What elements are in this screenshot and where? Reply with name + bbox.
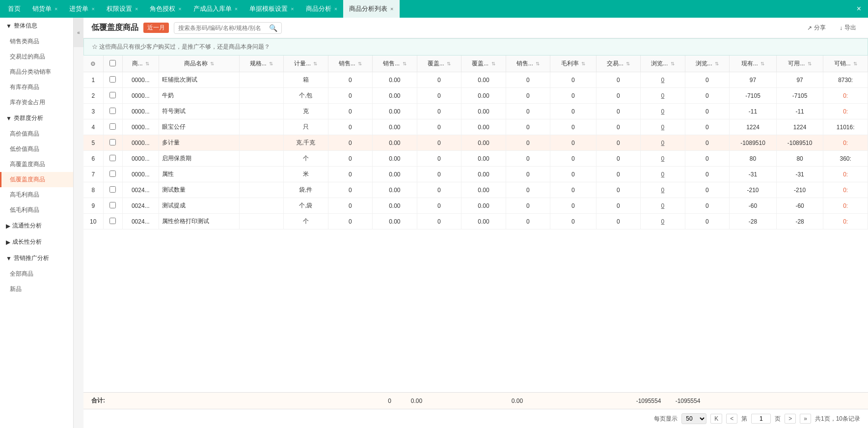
sidebar-item-traded-goods[interactable]: 交易过的商品 bbox=[0, 49, 73, 64]
row-select-checkbox[interactable] bbox=[109, 218, 116, 224]
sidebar-item-stocked-goods[interactable]: 有库存商品 bbox=[0, 80, 73, 95]
row-browse1[interactable]: 0 bbox=[641, 167, 685, 182]
sidebar-section-marketing[interactable]: ▼ 营销推广分析 bbox=[0, 250, 73, 266]
sidebar-collapse-button[interactable]: « bbox=[74, 18, 83, 47]
sort-icon[interactable]: ⇅ bbox=[853, 61, 857, 66]
nav-tab-analysis[interactable]: 商品分析 × bbox=[300, 0, 343, 18]
next-page-button[interactable]: > bbox=[785, 414, 796, 424]
close-icon[interactable]: × bbox=[291, 6, 294, 12]
row-browse1[interactable]: 0 bbox=[641, 182, 685, 198]
sidebar-section-general[interactable]: ▼ 整体信息 bbox=[0, 18, 73, 34]
sort-icon[interactable]: ⇅ bbox=[626, 61, 630, 66]
pagination-bar: 每页显示 50 20 100 K < 第 页 > » 共1页，10条记录 bbox=[83, 409, 868, 428]
row-select-checkbox[interactable] bbox=[109, 155, 116, 161]
period-badge[interactable]: 近一月 bbox=[143, 23, 169, 33]
row-select-checkbox[interactable] bbox=[109, 186, 116, 193]
sidebar-item-new-goods[interactable]: 新品 bbox=[0, 282, 73, 297]
sidebar-section-circulation[interactable]: ▶ 流通性分析 bbox=[0, 218, 73, 234]
sidebar-item-high-margin[interactable]: 高毛利商品 bbox=[0, 187, 73, 202]
close-icon[interactable]: × bbox=[334, 6, 337, 12]
last-page-button[interactable]: » bbox=[800, 414, 811, 424]
col-checkbox[interactable] bbox=[103, 56, 122, 72]
share-button[interactable]: ↗ 分享 bbox=[803, 22, 830, 34]
nav-tab-analysis-list[interactable]: 商品分析列表 × bbox=[343, 0, 399, 18]
close-icon[interactable]: × bbox=[135, 6, 138, 12]
close-icon[interactable]: × bbox=[54, 6, 57, 12]
close-icon[interactable]: × bbox=[235, 6, 238, 12]
sort-icon[interactable]: ⇅ bbox=[313, 61, 317, 66]
sidebar-item-high-value[interactable]: 高价值商品 bbox=[0, 126, 73, 142]
sort-icon[interactable]: ⇅ bbox=[715, 61, 719, 66]
row-checkbox[interactable] bbox=[103, 88, 122, 104]
sidebar-item-all-goods[interactable]: 全部商品 bbox=[0, 266, 73, 282]
sort-icon[interactable]: ⇅ bbox=[808, 61, 812, 66]
row-select-checkbox[interactable] bbox=[109, 76, 116, 83]
row-select-checkbox[interactable] bbox=[109, 92, 116, 98]
sidebar-section-cluster[interactable]: ▼ 类群度分析 bbox=[0, 110, 73, 126]
sort-icon[interactable]: ⇅ bbox=[447, 61, 451, 66]
row-browse1[interactable]: 0 bbox=[641, 214, 685, 229]
search-icon[interactable]: 🔍 bbox=[269, 24, 277, 32]
nav-tab-sales[interactable]: 销货单 × bbox=[27, 0, 63, 18]
row-checkbox[interactable] bbox=[103, 198, 122, 214]
row-select-checkbox[interactable] bbox=[109, 171, 116, 177]
sort-icon[interactable]: ⇅ bbox=[403, 61, 407, 66]
close-icon[interactable]: × bbox=[91, 6, 94, 12]
sidebar-section-growth[interactable]: ▶ 成长性分析 bbox=[0, 234, 73, 250]
export-button[interactable]: ↓ 导出 bbox=[836, 22, 860, 34]
prev-page-button[interactable]: < bbox=[726, 414, 737, 424]
nav-tab-roles[interactable]: 角色授权 × bbox=[144, 0, 187, 18]
row-select-checkbox[interactable] bbox=[109, 139, 116, 145]
sort-icon[interactable]: ⇅ bbox=[145, 61, 149, 66]
row-browse1[interactable]: 0 bbox=[641, 198, 685, 214]
first-page-button[interactable]: K bbox=[710, 414, 722, 424]
sort-icon[interactable]: ⇅ bbox=[671, 61, 675, 66]
row-checkbox[interactable] bbox=[103, 182, 122, 198]
row-checkbox[interactable] bbox=[103, 167, 122, 182]
page-size-select[interactable]: 50 20 100 bbox=[681, 413, 706, 424]
row-select-checkbox[interactable] bbox=[109, 108, 116, 114]
row-browse1[interactable]: 0 bbox=[641, 88, 685, 104]
row-checkbox[interactable] bbox=[103, 104, 122, 119]
row-browse1[interactable]: 0 bbox=[641, 72, 685, 88]
row-checkbox[interactable] bbox=[103, 151, 122, 167]
sort-icon[interactable]: ⇅ bbox=[358, 61, 362, 66]
row-browse1[interactable]: 0 bbox=[641, 104, 685, 119]
row-checkbox[interactable] bbox=[103, 135, 122, 151]
search-input[interactable] bbox=[178, 25, 269, 31]
sidebar-item-low-coverage[interactable]: 低覆盖度商品 bbox=[0, 172, 73, 187]
select-all-checkbox[interactable] bbox=[109, 60, 116, 66]
sidebar-item-low-margin[interactable]: 低毛利商品 bbox=[0, 202, 73, 218]
nav-tab-purchase[interactable]: 进货单 × bbox=[63, 0, 100, 18]
close-icon[interactable]: × bbox=[178, 6, 181, 12]
sort-icon[interactable]: ⇅ bbox=[491, 61, 495, 66]
row-checkbox[interactable] bbox=[103, 119, 122, 135]
page-number-input[interactable] bbox=[751, 414, 771, 424]
sort-icon[interactable]: ⇅ bbox=[210, 61, 214, 66]
row-browse1[interactable]: 0 bbox=[641, 135, 685, 151]
search-box[interactable]: 🔍 bbox=[174, 22, 282, 34]
sort-icon[interactable]: ⇅ bbox=[760, 61, 764, 66]
nav-tab-home[interactable]: 首页 bbox=[2, 0, 27, 18]
row-select-checkbox[interactable] bbox=[109, 202, 116, 208]
sort-icon[interactable]: ⇅ bbox=[269, 61, 273, 66]
row-checkbox[interactable] bbox=[103, 214, 122, 229]
sidebar-item-sales-goods[interactable]: 销售类商品 bbox=[0, 34, 73, 49]
nav-tab-template[interactable]: 单据模板设置 × bbox=[244, 0, 299, 18]
row-browse1[interactable]: 0 bbox=[641, 119, 685, 135]
sidebar-item-inventory-capital[interactable]: 库存资金占用 bbox=[0, 95, 73, 110]
sort-icon[interactable]: ⇅ bbox=[581, 61, 585, 66]
sidebar-item-low-value[interactable]: 低价值商品 bbox=[0, 142, 73, 157]
sidebar-item-category-turnover[interactable]: 商品分类动销率 bbox=[0, 64, 73, 80]
table-container[interactable]: ⚙ 商... ⇅ 商品名称 ⇅ 规格... ⇅ 计量... ⇅ 销售... ⇅ … bbox=[83, 56, 868, 392]
col-settings[interactable]: ⚙ bbox=[83, 56, 103, 72]
close-all-button[interactable]: × bbox=[852, 4, 866, 13]
sidebar-item-high-coverage[interactable]: 高覆盖度商品 bbox=[0, 157, 73, 172]
row-select-checkbox[interactable] bbox=[109, 123, 116, 130]
nav-tab-inventory[interactable]: 产成品入库单 × bbox=[188, 0, 244, 18]
sort-icon[interactable]: ⇅ bbox=[536, 61, 540, 66]
row-checkbox[interactable] bbox=[103, 72, 122, 88]
nav-tab-permissions[interactable]: 权限设置 × bbox=[101, 0, 144, 18]
row-browse1[interactable]: 0 bbox=[641, 151, 685, 167]
close-icon[interactable]: × bbox=[390, 6, 393, 12]
